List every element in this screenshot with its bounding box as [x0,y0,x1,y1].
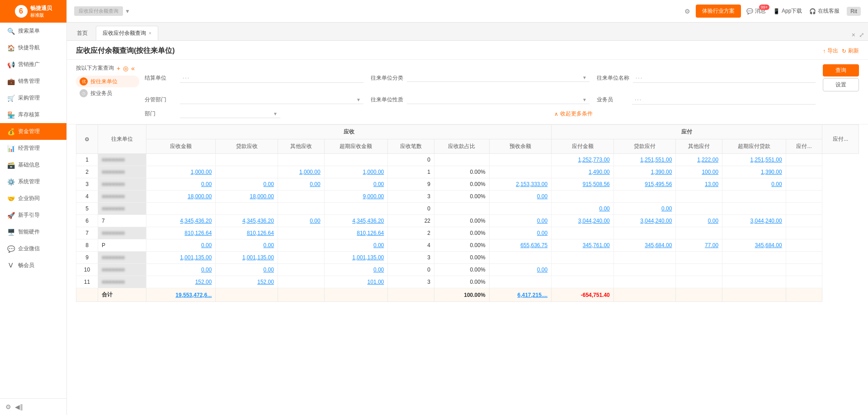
window-expand-icon[interactable]: ⤢ [859,31,864,38]
settings-bottom-icon[interactable]: ⚙ [5,403,11,410]
table-row: 3■■■■■■■0.000.000.000.0090.00%2,153,333.… [76,178,859,191]
unit-name-input[interactable]: ··· [633,73,816,83]
system-icon: ⚙️ [7,178,14,186]
table-row: 7■■■■■■■810,126.64810,126.64810,126.6420… [76,227,859,239]
th-group-ap: 应付 [552,125,822,139]
operation-icon: 📊 [7,145,14,152]
app-icon: 📱 [773,8,780,14]
message-badge: 99+ [759,5,769,10]
user-avatar[interactable]: Rit [847,7,861,16]
th-ap-loan: 贷款应付 [613,139,676,154]
th-ap-prepay: 应付... [786,139,822,154]
search-icon: 🔍 [7,28,14,35]
sidebar-item-sales[interactable]: 💼 销售管理 [0,73,66,90]
refresh-button[interactable]: ↻ 刷新 [842,47,859,55]
table-row: 674,345,436.204,345,436.200.004,345,436.… [76,215,859,227]
table-row: 2■■■■■■■1,000.001,000.001,000.0010.00%1,… [76,166,859,178]
logo-icon: 6 [15,5,28,18]
scheme-item-company[interactable]: 优 按往来单位 [76,76,139,87]
page-actions: ↑ 导出 ↻ 刷新 [823,47,859,55]
add-scheme-icon[interactable]: + [117,65,120,72]
header: 应收应付余额查询 ▼ ⚙ 体验行业方案 💬 消息 99+ 📱 App下载 🎧 在… [67,0,868,23]
dept-input[interactable]: ▼ [180,110,280,118]
sidebar-item-collab[interactable]: 🤝 企业协同 [0,190,66,207]
marketing-icon: 📢 [7,61,14,68]
settings-button[interactable]: 设置 [823,78,859,91]
query-button[interactable]: 查询 [823,64,859,76]
sidebar-item-purchase[interactable]: 🛒 采购管理 [0,90,66,106]
unit-category-input[interactable]: ▼ [407,74,590,82]
footer-ar-prepay[interactable]: 6,417,215.... [489,288,552,302]
dept-charge-input[interactable]: ▼ [180,96,363,104]
filter-row-1: 结算单位 ··· 往来单位分类 ▼ 往来单位名称 [145,64,859,91]
tab-close-icon[interactable]: × [149,31,151,36]
page-title: 应收应付余额查询(按往来单位) [76,46,175,56]
footer-ap-amount: -654,751.40 [552,288,614,302]
sidebar-item-guide[interactable]: 🚀 新手引导 [0,207,66,224]
sidebar-item-finance[interactable]: 💰 资金管理 [0,123,66,140]
sidebar-item-member[interactable]: Ⅴ 畅会员 [0,257,66,274]
scheme-icon-staff: ◷ [80,89,88,97]
hardware-icon: 🖥️ [7,229,14,236]
export-button[interactable]: ↑ 导出 [823,47,838,55]
tab-home[interactable]: 首页 [71,26,94,40]
filter-field-unit-nature: 往来单位性质 ▼ [371,96,590,104]
online-service-button[interactable]: 🎧 在线客服 [809,7,840,15]
table-area: ⚙ 往来单位 应收 应付 应付... 应收金额 贷款应收 其他应收 超期应收金额… [67,124,868,415]
sidebar-logo: 6 畅捷通贝 标准版 [0,0,66,23]
sidebar-item-basicinfo[interactable]: 🗃️ 基础信息 [0,157,66,173]
th-ap-other: 其他应付 [676,139,722,154]
tab-ar-query[interactable]: 应收应付余额查询 × [96,26,158,40]
salesperson-input[interactable]: ··· [632,95,816,105]
breadcrumb-dropdown-icon[interactable]: ▼ [125,8,130,14]
table-row: 4■■■■■■■18,000.0018,000.009,000.0030.00%… [76,191,859,203]
th-ar-prepay: 预收余额 [489,139,552,154]
sidebar-item-inventory[interactable]: 🏪 库存核算 [0,106,66,123]
wechat-icon: 💬 [7,245,14,253]
sidebar-item-search[interactable]: 🔍 搜索菜单 [0,23,66,39]
sidebar-item-marketing[interactable]: 📢 营销推广 [0,56,66,73]
page-header: 应收应付余额查询(按往来单位) ↑ 导出 ↻ 刷新 [67,41,868,60]
export-icon: ↑ [823,48,826,54]
chevron-down-icon: ▼ [582,75,587,80]
main-content: 应收应付余额查询(按往来单位) ↑ 导出 ↻ 刷新 按以下方案查询 + ◎ [67,41,868,415]
edit-scheme-icon[interactable]: ◎ [123,65,128,72]
th-ar-amount: 应收金额 [146,139,216,154]
tab-bar: 首页 应收应付余额查询 × × ⤢ [67,23,868,41]
sales-icon: 💼 [7,78,14,85]
collapse-sidebar-icon[interactable]: ◀‖ [15,403,23,410]
scheme-item-staff[interactable]: ◷ 按业务员 [76,87,139,99]
th-ar-count: 应收笔数 [388,139,434,154]
table-row: 8P0.000.000.0040.00%655,636.75345,761.00… [76,239,859,252]
message-button[interactable]: 💬 消息 99+ [746,7,766,15]
sidebar-item-hardware[interactable]: 🖥️ 智能硬件 [0,224,66,240]
header-gear-icon[interactable]: ⚙ [684,8,690,15]
th-ap-overdue: 超期应付贷款 [722,139,786,154]
chevron-up-icon: ∧ [554,111,558,117]
th-ar-ratio: 应收款占比 [434,139,489,154]
table-settings-header[interactable]: ⚙ [76,125,98,154]
collapse-filter-button[interactable]: ∧ 收起更多条件 [552,108,594,119]
window-close-icon[interactable]: × [852,31,855,38]
collapse-scheme-icon[interactable]: « [131,65,135,72]
settlement-unit-input[interactable]: ··· [180,73,363,83]
filter-scheme-panel: 按以下方案查询 + ◎ « 优 按往来单位 ◷ 按业务员 [76,64,139,119]
filter-field-settlement: 结算单位 ··· [145,73,363,83]
sidebar-item-wechat[interactable]: 💬 企业微信 [0,240,66,257]
filter-fields-panel: 结算单位 ··· 往来单位分类 ▼ 往来单位名称 [145,64,859,119]
table-row: 5■■■■■■■00.000.00 [76,203,859,215]
footer-ar-amount[interactable]: 19,553,472,6... [146,288,216,302]
unit-nature-input[interactable]: ▼ [407,96,590,104]
collab-icon: 🤝 [7,195,14,202]
sidebar-item-quicknav[interactable]: 🏠 快捷导航 [0,39,66,56]
th-ap-amount: 应付金额 [552,139,614,154]
sidebar-item-system[interactable]: ⚙️ 系统管理 [0,173,66,190]
sidebar-item-operation[interactable]: 📊 经营管理 [0,140,66,157]
app-download-button[interactable]: 📱 App下载 [773,7,802,15]
message-icon: 💬 [746,8,753,14]
filter-field-salesperson: 业务员 ··· [597,95,816,105]
page-container: 应收应付余额查询(按往来单位) ↑ 导出 ↻ 刷新 按以下方案查询 + ◎ [67,41,868,415]
table-row: 11■■■■■■■152.00152.00101.0030.00% [76,276,859,288]
promo-button[interactable]: 体验行业方案 [696,5,741,18]
chevron-down-icon-2: ▼ [356,97,361,102]
